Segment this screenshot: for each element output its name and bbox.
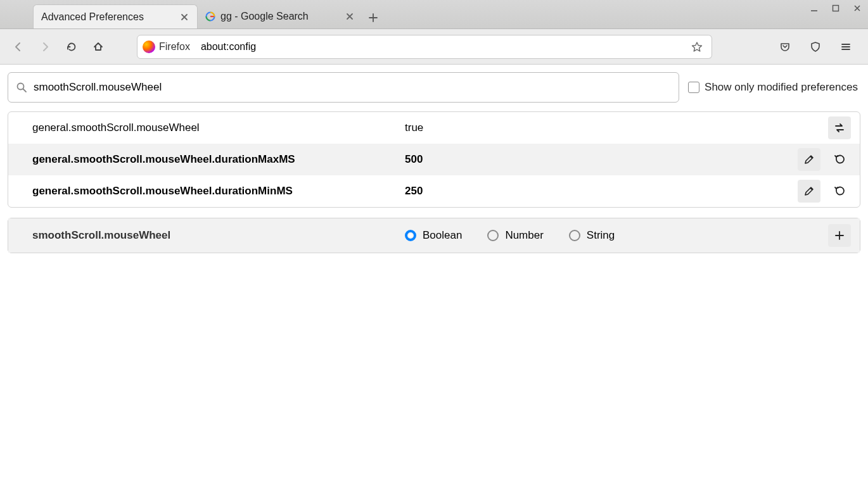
home-button[interactable] (87, 36, 109, 58)
tab-google-search[interactable]: gg - Google Search (198, 4, 362, 28)
reload-button[interactable] (61, 36, 82, 58)
reset-button[interactable] (828, 148, 851, 171)
tab-advanced-preferences[interactable]: Advanced Preferences (33, 4, 198, 28)
identity-box[interactable]: Firefox (137, 35, 198, 59)
close-icon[interactable] (179, 12, 189, 22)
navigation-toolbar: Firefox (0, 29, 868, 65)
radio-label: Boolean (423, 229, 462, 242)
radio-boolean[interactable]: Boolean (405, 229, 462, 242)
firefox-icon (143, 41, 155, 53)
reset-button[interactable] (828, 180, 851, 203)
urlbar-container: Firefox (137, 35, 712, 59)
svg-rect-1 (833, 6, 839, 11)
maximize-button[interactable] (830, 3, 841, 14)
back-button[interactable] (8, 36, 29, 58)
google-favicon (205, 11, 215, 22)
pref-value: 500 (405, 153, 798, 166)
url-input[interactable] (201, 41, 689, 53)
checkbox-icon (688, 82, 699, 93)
checkbox-label: Show only modified preferences (705, 81, 858, 94)
pref-row[interactable]: general.smoothScroll.mouseWheel true (8, 112, 860, 144)
edit-button[interactable] (798, 148, 820, 171)
new-tab-button[interactable] (362, 7, 384, 28)
add-pref-row: smoothScroll.mouseWheel Boolean Number S… (8, 218, 860, 253)
radio-string[interactable]: String (569, 229, 615, 242)
add-button[interactable] (828, 224, 851, 247)
pref-name: general.smoothScroll.mouseWheel.duration… (32, 153, 405, 166)
pocket-button[interactable] (774, 36, 796, 58)
bookmark-star-icon[interactable] (689, 41, 705, 53)
new-pref-name: smoothScroll.mouseWheel (32, 229, 405, 242)
titlebar: Advanced Preferences gg - Google Search (0, 0, 868, 29)
search-icon (16, 82, 27, 93)
radio-label: Number (505, 229, 543, 242)
pref-row[interactable]: general.smoothScroll.mouseWheel.duration… (8, 175, 860, 207)
url-bar[interactable] (195, 35, 712, 59)
minimize-button[interactable] (808, 3, 820, 14)
show-modified-toggle[interactable]: Show only modified preferences (688, 81, 860, 94)
pref-value: 250 (405, 185, 798, 198)
pref-value: true (405, 122, 828, 134)
tab-label: Advanced Preferences (41, 11, 174, 23)
add-pref-section: smoothScroll.mouseWheel Boolean Number S… (8, 218, 860, 253)
type-radio-group: Boolean Number String (405, 229, 828, 242)
pref-search-input[interactable] (34, 81, 671, 94)
toggle-button[interactable] (828, 116, 851, 139)
pref-name: general.smoothScroll.mouseWheel.duration… (32, 185, 405, 198)
tab-strip: Advanced Preferences gg - Google Search (5, 4, 384, 28)
radio-label: String (587, 229, 615, 242)
identity-label: Firefox (159, 41, 190, 53)
close-window-button[interactable] (852, 3, 863, 14)
shield-button[interactable] (805, 36, 826, 58)
pref-list: general.smoothScroll.mouseWheel true gen… (8, 111, 860, 208)
pref-row[interactable]: general.smoothScroll.mouseWheel.duration… (8, 144, 860, 175)
close-icon[interactable] (345, 11, 355, 22)
about-config-page: Show only modified preferences general.s… (0, 65, 868, 261)
pref-name: general.smoothScroll.mouseWheel (32, 122, 405, 134)
toolbar-right (774, 36, 860, 58)
edit-button[interactable] (798, 180, 820, 203)
radio-number[interactable]: Number (487, 229, 543, 242)
pref-search-box[interactable] (8, 72, 679, 103)
tab-label: gg - Google Search (220, 11, 340, 22)
window-controls (808, 3, 863, 14)
menu-button[interactable] (835, 36, 857, 58)
search-row: Show only modified preferences (8, 72, 860, 103)
forward-button[interactable] (34, 36, 56, 58)
